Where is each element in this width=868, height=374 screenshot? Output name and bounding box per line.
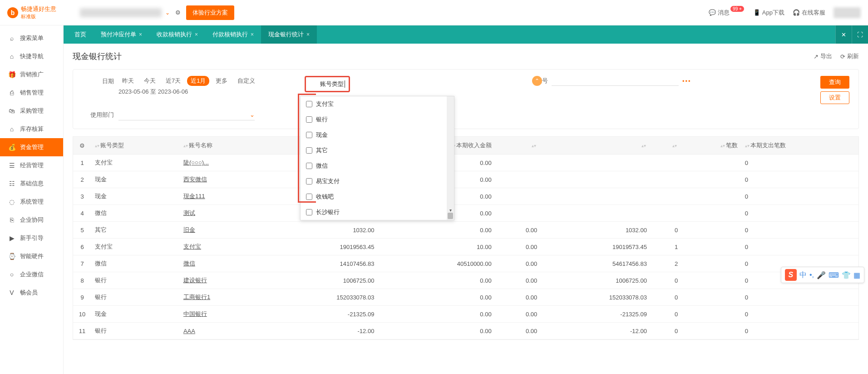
checkbox[interactable]	[306, 116, 312, 123]
sidebar-item-6[interactable]: 💰资金管理	[0, 138, 63, 156]
dropdown-scrollbar[interactable]: ▾	[447, 96, 454, 220]
col-header-9[interactable]: ▴▾本期支出笔数	[741, 137, 858, 155]
tab-3[interactable]: 付款核销执行×	[205, 25, 261, 44]
tab-0[interactable]: 首页	[67, 25, 94, 44]
sort-icon[interactable]: ▴▾	[745, 145, 750, 147]
close-icon[interactable]: ×	[251, 31, 254, 38]
sidebar-item-4[interactable]: 🛍采购管理	[0, 102, 63, 120]
checkbox[interactable]	[306, 194, 312, 200]
sidebar-item-12[interactable]: ⌚智能硬件	[0, 247, 63, 265]
sidebar-item-7[interactable]: ☰经营管理	[0, 156, 63, 175]
query-button[interactable]: 查询	[820, 76, 849, 89]
date-chip-3[interactable]: 近1月	[187, 76, 209, 86]
account-name-link[interactable]: 中国银行	[183, 310, 207, 317]
trial-button[interactable]: 体验行业方案	[186, 5, 234, 20]
dropdown-option-4[interactable]: 微信	[301, 158, 454, 174]
account-name-link[interactable]: 陡(○○○)...	[183, 159, 209, 166]
table-row[interactable]: 1支付宝陡(○○○)...-10000.000.000	[73, 155, 858, 171]
dropdown-option-5[interactable]: 易宝支付	[301, 174, 454, 189]
dropdown-option-1[interactable]: 银行	[301, 112, 454, 127]
table-row[interactable]: 8银行建设银行1006725.000.000.001006725.0000	[73, 272, 858, 289]
sidebar-item-8[interactable]: ☷基础信息	[0, 175, 63, 193]
close-icon[interactable]: ×	[306, 31, 310, 38]
close-icon[interactable]: ×	[195, 31, 198, 38]
table-row[interactable]: 11银行AAA-12.000.000.00-12.0000	[73, 323, 858, 339]
company-selector[interactable]: ⌄	[80, 8, 170, 17]
date-chip-2[interactable]: 近7天	[162, 76, 184, 86]
ime-skin-icon[interactable]: 👕	[842, 271, 851, 279]
table-row[interactable]: 5其它旧金1032.000.000.001032.0000	[73, 222, 858, 239]
dropdown-option-6[interactable]: 收钱吧	[301, 189, 454, 204]
gear-icon[interactable]: ⚙	[175, 9, 181, 16]
account-name-link[interactable]: 西安微信	[183, 176, 207, 183]
close-icon[interactable]: ×	[139, 31, 142, 38]
date-chip-5[interactable]: 自定义	[234, 76, 259, 86]
account-more-button[interactable]: •••	[682, 78, 691, 85]
settings-button[interactable]: 设置	[820, 91, 849, 104]
messages-link[interactable]: 💬 消息 99 +	[709, 9, 745, 17]
col-header-5[interactable]: ▴▾	[495, 137, 541, 155]
checkbox[interactable]	[306, 132, 312, 138]
ime-lang[interactable]: 中	[799, 270, 807, 280]
collapse-filter-button[interactable]: ⌃	[532, 76, 542, 86]
sidebar-item-9[interactable]: ◌系统管理	[0, 193, 63, 211]
tab-fullscreen-button[interactable]: ⛶	[852, 25, 868, 44]
date-chip-0[interactable]: 昨天	[118, 76, 138, 86]
sidebar-item-11[interactable]: ▶新手引导	[0, 229, 63, 247]
customer-service-link[interactable]: 🎧 在线客服	[793, 9, 825, 17]
account-name-link[interactable]: 建设银行	[183, 277, 207, 284]
scroll-thumb[interactable]	[448, 213, 453, 219]
refresh-button[interactable]: ⟳刷新	[840, 52, 859, 60]
date-chip-1[interactable]: 今天	[140, 76, 159, 86]
sidebar-item-0[interactable]: ⌕搜索菜单	[0, 29, 63, 47]
sort-icon[interactable]: ▴▾	[641, 145, 646, 147]
tab-close-all-button[interactable]: ✕	[835, 25, 852, 44]
col-header-8[interactable]: ▴▾笔数	[681, 137, 741, 155]
dept-select[interactable]: ⌄	[118, 110, 255, 120]
date-chip-4[interactable]: 更多	[212, 76, 231, 86]
ime-mic-icon[interactable]: 🎤	[817, 271, 826, 279]
table-row[interactable]: 10现金中国银行-21325.090.000.00-21325.0900	[73, 306, 858, 323]
col-header-0[interactable]: ⚙	[73, 137, 91, 155]
ime-punct-icon[interactable]: •,	[809, 271, 814, 279]
table-row[interactable]: 3现金现金11153337567.780.000	[73, 188, 858, 205]
dropdown-option-2[interactable]: 现金	[301, 127, 454, 143]
sidebar-item-14[interactable]: V畅会员	[0, 284, 63, 302]
tab-1[interactable]: 预付冲应付单×	[94, 25, 149, 44]
scroll-down-arrow[interactable]: ▾	[447, 208, 454, 213]
account-type-dropdown[interactable]: 支付宝银行现金其它微信易宝支付收钱吧长沙银行 ▾	[300, 96, 454, 220]
table-row[interactable]: 4微信测试2079990.000.000	[73, 205, 858, 222]
account-name-link[interactable]: 微信	[183, 260, 195, 267]
account-name-link[interactable]: 测试	[183, 209, 195, 216]
account-type-input-box[interactable]: 账号类型	[305, 76, 350, 92]
table-row[interactable]: 6支付宝支付宝19019563.4510.000.0019019573.4510	[73, 239, 858, 255]
col-header-1[interactable]: ▴▾账号类型	[91, 137, 180, 155]
account-name-link[interactable]: 支付宝	[183, 243, 201, 250]
app-download-link[interactable]: 📱 App下载	[753, 9, 784, 17]
tab-4[interactable]: 现金银行统计×	[261, 25, 317, 44]
sidebar-item-1[interactable]: ⌂快捷导航	[0, 47, 63, 65]
col-header-6[interactable]: ▴▾	[541, 137, 651, 155]
export-button[interactable]: ↗导出	[814, 52, 832, 60]
ime-toolbox-icon[interactable]: ▦	[853, 271, 860, 279]
account-input[interactable]	[552, 76, 679, 86]
checkbox[interactable]	[306, 209, 312, 215]
account-name-link[interactable]: AAA	[183, 328, 195, 334]
sort-icon[interactable]: ▴▾	[532, 145, 536, 147]
checkbox[interactable]	[306, 178, 312, 185]
sogou-icon[interactable]: S	[785, 269, 797, 281]
sidebar-item-5[interactable]: ⌂库存核算	[0, 120, 63, 138]
account-name-link[interactable]: 旧金	[183, 226, 195, 233]
sidebar-item-13[interactable]: ○企业微信	[0, 265, 63, 284]
user-avatar-blur[interactable]	[833, 7, 861, 18]
tab-2[interactable]: 收款核销执行×	[149, 25, 205, 44]
table-row[interactable]: 7微信微信14107456.8340510000.000.0054617456.…	[73, 255, 858, 272]
dropdown-option-0[interactable]: 支付宝	[301, 96, 454, 112]
checkbox[interactable]	[306, 163, 312, 169]
table-row[interactable]: 9银行工商银行1152033078.030.000.00152033078.03…	[73, 289, 858, 306]
sort-icon[interactable]: ▴▾	[720, 145, 725, 147]
account-name-link[interactable]: 现金111	[183, 193, 205, 199]
sort-icon[interactable]: ▴▾	[183, 145, 188, 147]
ime-toolbar[interactable]: S 中 •, 🎤 ⌨ 👕 ▦	[781, 267, 864, 283]
col-header-2[interactable]: ▴▾账号名称	[180, 137, 268, 155]
